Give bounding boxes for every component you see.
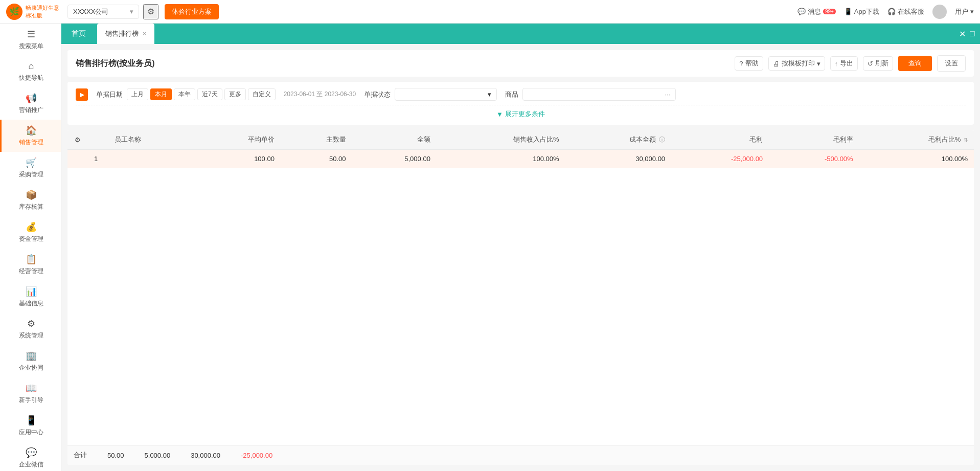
date-tab-more[interactable]: 更多 [224,88,246,100]
footer-quantity: 50.00 [107,451,124,460]
avatar[interactable] [932,5,947,19]
footer-amount: 5,000.00 [145,451,171,460]
goods-input[interactable]: ··· [522,88,676,101]
logo-text: 畅康通好生意 标准版 [26,4,59,19]
sidebar-item-system[interactable]: ⚙ 系统管理 [0,313,61,345]
cost-info-icon[interactable]: ⓘ [659,136,665,143]
sidebar-item-sales[interactable]: 🏠 销售管理 [0,120,61,152]
refresh-button[interactable]: ↺ 刷新 [863,56,893,71]
table-wrapper[interactable]: ⚙ 员工名称 平均单价 主数量 [67,130,974,445]
table-header-row: ⚙ 员工名称 平均单价 主数量 [67,130,974,150]
message-badge: 99+ [823,9,836,14]
box-icon: 📦 [26,189,37,200]
table-container: ⚙ 员工名称 平均单价 主数量 [67,130,974,465]
sidebar-item-finance[interactable]: 💰 资金管理 [0,216,61,249]
column-settings-icon[interactable]: ⚙ [75,136,81,144]
chart-icon: 📊 [26,286,37,297]
company-name: XXXXX公司 [73,7,127,16]
footer-gross: -25,000.00 [241,451,272,460]
sidebar-item-wechat[interactable]: 💬 企业微信 [0,442,61,471]
sidebar-item-enterprise[interactable]: 🏢 企业协同 [0,345,61,377]
main-layout: ☰ 搜索菜单 ⌂ 快捷导航 📢 营销推广 🏠 销售管理 🛒 采购管理 📦 库存核… [0,24,980,471]
help-button[interactable]: ? 帮助 [735,56,763,71]
expand-row: ▼ 展开更多条件 [76,105,966,119]
sidebar-item-label: 资金管理 [19,235,43,243]
app-download-button[interactable]: 📱 App下载 [844,7,879,16]
company-settings-button[interactable]: ⚙ [143,4,158,19]
chevron-down-icon: ▾ [817,60,821,68]
phone-icon: 📱 [26,415,37,426]
filter-row-1: ▶ 单据日期 上月 本月 本年 近7天 更多 自定义 [76,88,966,101]
col-settings[interactable]: ⚙ [67,130,88,150]
cart-icon: 🛒 [26,157,37,168]
sidebar-item-search-order[interactable]: ☰ 搜索菜单 [0,24,61,56]
col-sales-pct: 销售收入占比% [437,130,565,150]
sidebar-item-label: 基础信息 [19,299,43,308]
cell-avg-price: 100.00 [194,150,280,168]
book-icon: 📖 [26,383,37,394]
sidebar: ☰ 搜索菜单 ⌂ 快捷导航 📢 营销推广 🏠 销售管理 🛒 采购管理 📦 库存核… [0,24,61,471]
goods-label: 商品 [505,90,518,99]
sidebar-item-label: 应用中心 [19,428,43,437]
date-tab-custom[interactable]: 自定义 [248,88,276,100]
money-icon: 💰 [26,221,37,233]
filter-toggle-button[interactable]: ▶ [76,88,88,101]
page-header: 销售排行榜(按业务员) ? 帮助 🖨 按模板打印 ▾ ↑ 导出 [67,50,974,77]
date-tab-this-month[interactable]: 本月 [150,88,172,100]
chevron-down-icon: ▾ [970,8,974,15]
date-tab-last-7-days[interactable]: 近7天 [197,88,222,100]
export-button[interactable]: ↑ 导出 [830,56,858,71]
help-icon: ? [739,60,743,68]
tab-home[interactable]: 首页 [61,24,96,44]
maximize-icon[interactable]: □ [970,29,975,38]
status-select[interactable]: ▾ [395,88,497,101]
sidebar-item-inventory[interactable]: 📦 库存核算 [0,184,61,216]
date-tabs: 上月 本月 本年 近7天 更多 自定义 [127,88,276,100]
table-row: 1 100.00 50.00 5,000.00 100.00% 30,000.0… [67,150,974,168]
cell-gross-pct: 100.00% [859,150,974,168]
tab-sales-ranking[interactable]: 销售排行榜 × [97,24,154,44]
sidebar-item-label: 库存核算 [19,203,43,211]
page-settings-button[interactable]: 设置 [937,55,966,72]
date-tab-last-month[interactable]: 上月 [127,88,148,100]
expand-down-icon: ▼ [496,110,503,118]
expand-button[interactable]: ▼ 展开更多条件 [496,109,545,119]
sidebar-item-marketing[interactable]: 📢 营销推广 [0,87,61,120]
more-options-icon[interactable]: ··· [665,91,670,98]
date-filter-group: 单据日期 上月 本月 本年 近7天 更多 自定义 [96,88,276,100]
sidebar-item-operations[interactable]: 📋 经营管理 [0,249,61,281]
sidebar-item-guide[interactable]: 📖 新手引导 [0,377,61,410]
status-filter-group: 单据状态 ▾ [364,88,497,101]
sidebar-item-app-center[interactable]: 📱 应用中心 [0,410,61,442]
sidebar-item-label: 企业协同 [19,364,43,372]
top-bar-right: 💬 消息 99+ 📱 App下载 🎧 在线客服 用户 ▾ [797,5,974,19]
sidebar-item-label: 快捷导航 [19,74,43,82]
date-range: 2023-06-01 至 2023-06-30 [284,90,356,99]
message-button[interactable]: 💬 消息 99+ [797,7,836,16]
query-button[interactable]: 查询 [898,56,932,71]
col-avg-price: 平均单价 [194,130,280,150]
user-name[interactable]: 用户 ▾ [955,7,974,16]
sort-icon[interactable]: ⇅ [964,137,968,143]
message-icon: 💬 [797,8,806,15]
template-print-button[interactable]: 🖨 按模板打印 ▾ [768,56,825,71]
sidebar-item-quick-nav[interactable]: ⌂ 快捷导航 [0,56,61,87]
sidebar-item-label: 新手引导 [19,396,43,405]
date-tab-this-year[interactable]: 本年 [174,88,195,100]
close-window-icon[interactable]: ✕ [959,29,966,39]
wechat-icon: 💬 [26,447,37,458]
col-rank [88,130,108,150]
download-icon: 📱 [844,8,852,15]
cell-rank: 1 [88,150,108,168]
trial-button[interactable]: 体验行业方案 [165,4,219,19]
company-selector[interactable]: XXXXX公司 ▾ [67,5,139,19]
cell-gross: -25,000.00 [671,150,769,168]
sidebar-item-purchase[interactable]: 🛒 采购管理 [0,152,61,184]
arrow-right-icon: ▶ [80,91,84,98]
sidebar-item-basic-info[interactable]: 📊 基础信息 [0,281,61,313]
sidebar-item-label: 采购管理 [19,170,43,179]
sidebar-item-label: 销售管理 [19,138,43,147]
col-gross-rate: 毛利率 [769,130,859,150]
tab-close-button[interactable]: × [143,30,146,37]
online-service-button[interactable]: 🎧 在线客服 [887,7,924,16]
